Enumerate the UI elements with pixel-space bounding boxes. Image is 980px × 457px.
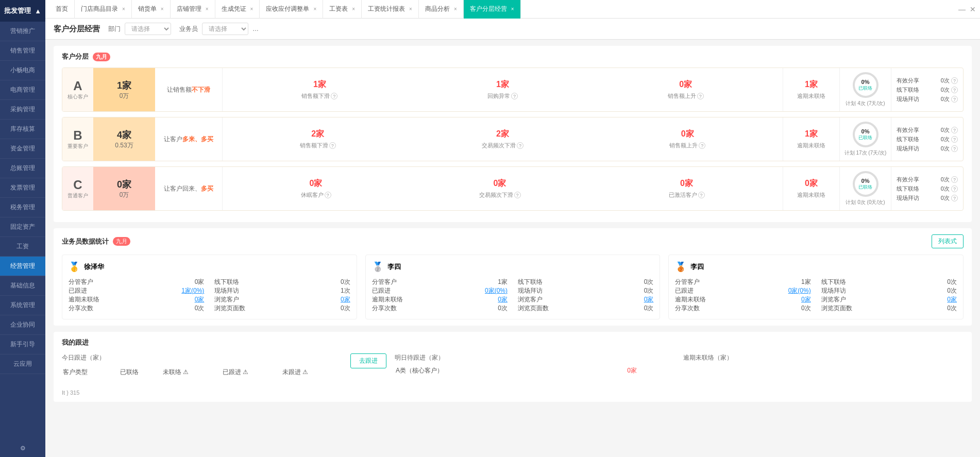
- tab-工资表[interactable]: 工资表×: [323, 0, 362, 19]
- sidebar-item-营销推广[interactable]: 营销推广: [0, 22, 45, 41]
- staff-stat-val[interactable]: 0家: [195, 295, 205, 304]
- list-view-button[interactable]: 列表式: [932, 234, 964, 248]
- sidebar-item-小畅电商[interactable]: 小畅电商: [0, 61, 45, 80]
- staff-stat-label: 线下联络: [214, 278, 239, 286]
- stat-number: 2家: [311, 129, 324, 140]
- sidebar-item-销售管理[interactable]: 销售管理: [0, 41, 45, 61]
- tab-close-商品分析[interactable]: ×: [454, 6, 457, 12]
- info-icon[interactable]: ?: [331, 93, 337, 99]
- side-stat-row: 有效分享0次 ?: [897, 77, 958, 84]
- sidebar-item-税务管理[interactable]: 税务管理: [0, 198, 45, 217]
- sidebar-item-电商管理[interactable]: 电商管理: [0, 80, 45, 100]
- info-icon[interactable]: ?: [951, 136, 958, 143]
- tab-close-销货单[interactable]: ×: [161, 6, 164, 12]
- info-icon[interactable]: ?: [951, 87, 958, 93]
- side-stat-val: 0次 ?: [941, 194, 958, 202]
- tab-close-工资表[interactable]: ×: [352, 6, 355, 12]
- side-stat-row: 有效分享0次 ?: [897, 126, 958, 134]
- window-close-icon[interactable]: ✕: [970, 5, 976, 13]
- info-icon[interactable]: ?: [951, 195, 958, 201]
- info-icon[interactable]: ?: [699, 142, 705, 149]
- dept-label: 部门: [108, 25, 121, 33]
- tab-客户分层经营[interactable]: 客户分层经营×: [464, 0, 521, 19]
- info-icon[interactable]: ?: [698, 192, 705, 198]
- sidebar-item-固定资产[interactable]: 固定资产: [0, 217, 45, 237]
- info-icon[interactable]: ?: [329, 142, 336, 149]
- staff-stat-val[interactable]: 0家(0%): [485, 286, 508, 295]
- sidebar-item-总账管理[interactable]: 总账管理: [0, 159, 45, 178]
- tier-amount-A: 0万: [120, 92, 129, 100]
- sidebar-item-云应用[interactable]: 云应用: [0, 354, 45, 374]
- staff-stat-val[interactable]: 0家: [498, 295, 508, 304]
- tab-生成凭证[interactable]: 生成凭证×: [215, 0, 260, 19]
- staff-stat-label: 逾期未联络: [372, 295, 403, 304]
- staff-stat-label: 分享次数: [675, 304, 700, 313]
- tab-门店商品目录[interactable]: 门店商品目录×: [75, 0, 132, 19]
- tab-close-生成凭证[interactable]: ×: [250, 6, 254, 12]
- dept-select[interactable]: 请选择: [125, 23, 171, 35]
- tab-首页[interactable]: 首页: [49, 0, 75, 19]
- info-icon[interactable]: ?: [517, 142, 523, 149]
- tab-店铺管理[interactable]: 店铺管理×: [171, 0, 215, 19]
- filter-more-icon[interactable]: …: [252, 25, 259, 32]
- sidebar-item-新手引导[interactable]: 新手引导: [0, 335, 45, 354]
- staff-stat-val[interactable]: 0家: [947, 295, 957, 304]
- sidebar-settings[interactable]: ⚙: [0, 439, 45, 457]
- info-icon[interactable]: ?: [951, 96, 958, 103]
- info-icon[interactable]: ?: [951, 176, 958, 183]
- tab-close-客户分层经营[interactable]: ×: [511, 6, 514, 12]
- info-icon[interactable]: ?: [511, 93, 518, 99]
- tab-close-应收应付调整单[interactable]: ×: [313, 6, 316, 12]
- sidebar-item-采购管理[interactable]: 采购管理: [0, 100, 45, 120]
- sidebar-item-基础信息[interactable]: 基础信息: [0, 276, 45, 296]
- staff-stat-val[interactable]: 1家(0%): [181, 286, 204, 295]
- bottom-text: It } 315: [62, 390, 964, 396]
- info-icon[interactable]: ?: [325, 192, 331, 198]
- staff-select[interactable]: 请选择: [202, 23, 248, 35]
- info-icon[interactable]: ?: [951, 185, 958, 192]
- staff-stat-label: 分管客户: [69, 278, 93, 286]
- info-icon[interactable]: ?: [951, 127, 958, 133]
- sidebar-item-资金管理[interactable]: 资金管理: [0, 139, 45, 159]
- staff-medal: 🥉: [675, 261, 686, 273]
- staff-medal: 🥇: [69, 261, 80, 273]
- staff-card-李四: 🥈李四分管客户1家已跟进0家(0%)逾期未联络0家分享次数0次线下联络0次现场拜…: [365, 255, 661, 319]
- sidebar-header[interactable]: 批发管理 ▲: [0, 0, 45, 22]
- circle-chart-A: 0% 已联络: [853, 72, 878, 98]
- sidebar-item-发票管理[interactable]: 发票管理: [0, 178, 45, 198]
- follow-action-button[interactable]: 去跟进: [350, 353, 386, 368]
- sidebar-item-系统管理[interactable]: 系统管理: [0, 296, 45, 315]
- tab-close-门店商品目录[interactable]: ×: [122, 6, 125, 12]
- info-icon[interactable]: ?: [697, 93, 704, 99]
- info-icon[interactable]: ?: [514, 192, 521, 198]
- sidebar-item-经营管理[interactable]: 经营管理: [0, 257, 45, 276]
- staff-stat-val[interactable]: 0家(0%): [788, 286, 811, 295]
- tomorrow-follow-title: 明日待跟进（家）: [395, 353, 675, 362]
- sidebar-item-库存核算[interactable]: 库存核算: [0, 120, 45, 139]
- sidebar: 批发管理 ▲ 营销推广销售管理小畅电商电商管理采购管理库存核算资金管理总账管理发…: [0, 0, 45, 457]
- tab-商品分析[interactable]: 商品分析×: [419, 0, 464, 19]
- tab-close-工资统计报表[interactable]: ×: [409, 6, 412, 12]
- sidebar-item-工资[interactable]: 工资: [0, 237, 45, 257]
- sidebar-item-企业协同[interactable]: 企业协同: [0, 315, 45, 335]
- staff-stat-val: 1家: [498, 278, 508, 286]
- tier-row-C: C普通客户0家0万让客户回来、多买0家休眠客户 ?0家交易频次下滑 ?0家已激活…: [62, 166, 964, 211]
- tab-工资统计报表[interactable]: 工资统计报表×: [362, 0, 419, 19]
- staff-stat-val[interactable]: 0家: [801, 295, 811, 304]
- staff-stat-val[interactable]: 0家: [644, 295, 654, 304]
- info-icon[interactable]: ?: [951, 77, 958, 84]
- staff-stat-row: 浏览页面数0次: [518, 304, 653, 313]
- sidebar-collapse-icon[interactable]: ▲: [35, 7, 41, 15]
- info-icon[interactable]: ?: [951, 145, 958, 152]
- staff-stat-row: 浏览页面数0次: [214, 304, 350, 313]
- staff-stat-val[interactable]: 0家: [341, 295, 350, 304]
- tab-销货单[interactable]: 销货单×: [132, 0, 171, 19]
- stat-label: 销售额下滑 ?: [301, 92, 337, 100]
- window-minimize-icon[interactable]: —: [958, 5, 966, 13]
- tab-应收应付调整单[interactable]: 应收应付调整单×: [260, 0, 323, 19]
- tab-close-店铺管理[interactable]: ×: [206, 6, 209, 12]
- tier-sublabel-A: 核心客户: [67, 93, 88, 100]
- stat-label: 回购异常 ?: [487, 92, 518, 100]
- staff-stat-label: 浏览页面数: [518, 304, 549, 313]
- staff-name: 李四: [690, 262, 704, 272]
